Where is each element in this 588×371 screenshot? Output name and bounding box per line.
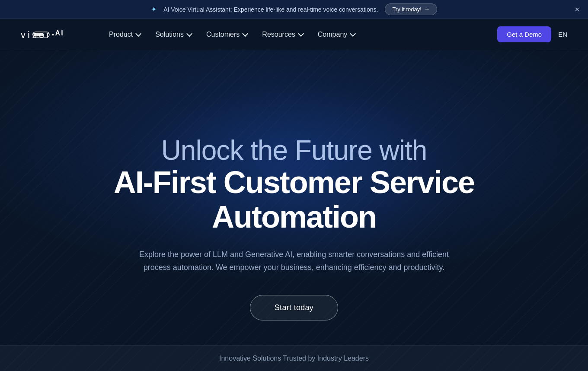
chevron-down-icon — [350, 30, 356, 36]
chevron-down-icon — [186, 30, 192, 36]
nav-solutions-label: Solutions — [155, 31, 184, 38]
banner-cta-label: Try it today! — [392, 6, 421, 13]
chevron-down-icon — [242, 30, 248, 36]
banner-cta-button[interactable]: Try it today! → — [385, 3, 437, 15]
banner-close-button[interactable]: × — [575, 6, 579, 13]
hero-content: Unlock the Future with AI-First Customer… — [99, 101, 489, 320]
nav-right: Get a Demo EN — [497, 26, 567, 42]
nav-product[interactable]: Product — [102, 27, 147, 42]
chevron-down-icon — [298, 30, 304, 36]
hero-subtitle: Explore the power of LLM and Generative … — [138, 248, 450, 274]
nav-links: Product Solutions Customers Resources Co… — [102, 27, 497, 42]
chevron-down-icon — [135, 30, 141, 36]
get-demo-button[interactable]: Get a Demo — [497, 26, 551, 42]
nav-resources-label: Resources — [262, 31, 295, 38]
nav-product-label: Product — [109, 31, 133, 38]
sparkle-icon: ✦ — [151, 5, 157, 13]
logo[interactable]: visor·AI — [21, 28, 81, 41]
banner-cta-arrow: → — [424, 6, 430, 13]
bottom-tagline: Innovative Solutions Trusted by Industry… — [0, 345, 588, 371]
nav-customers-label: Customers — [206, 31, 240, 38]
start-today-button[interactable]: Start today — [250, 295, 338, 320]
main-nav: visor·AI Product Solutions Customers Res… — [0, 19, 588, 50]
hero-headline-bold: AI-First Customer Service Automation — [113, 165, 475, 234]
logo-svg: visor·AI — [21, 28, 81, 41]
nav-solutions[interactable]: Solutions — [148, 27, 198, 42]
nav-resources[interactable]: Resources — [255, 27, 309, 42]
nav-company[interactable]: Company — [311, 27, 361, 42]
language-selector[interactable]: EN — [558, 31, 567, 38]
announcement-banner: ✦ AI Voice Virtual Assistant: Experience… — [0, 0, 588, 19]
hero-headline-light: Unlock the Future with — [113, 135, 475, 165]
nav-company-label: Company — [318, 31, 347, 38]
banner-text: AI Voice Virtual Assistant: Experience l… — [163, 6, 378, 13]
bottom-tagline-text: Innovative Solutions Trusted by Industry… — [219, 355, 369, 362]
nav-customers[interactable]: Customers — [199, 27, 253, 42]
svg-rect-2 — [34, 33, 43, 36]
hero-section: Unlock the Future with AI-First Customer… — [0, 50, 588, 371]
